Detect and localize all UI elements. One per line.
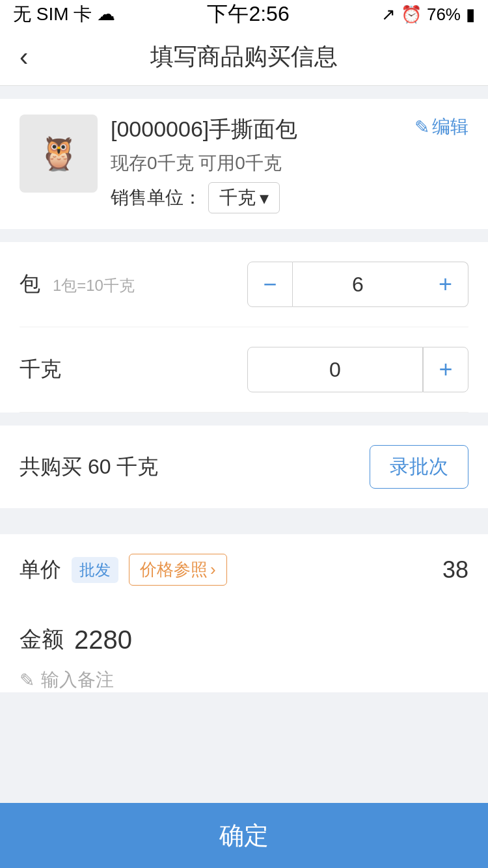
bag-minus-button[interactable]: − [247,262,293,307]
price-ref-button[interactable]: 价格参照 › [129,554,227,586]
summary-text: 共购买 60 千克 [20,453,158,481]
kg-label-group: 千克 [20,355,61,384]
status-right: ↗ ⏰ 76% ▮ [381,5,475,25]
price-value: 38 [442,556,468,584]
nav-bar: ‹ 填写商品购买信息 [0,29,488,86]
bag-hint: 1包=10千克 [53,277,135,294]
unit-value: 千克 [219,185,256,210]
edit-icon: ✎ [414,116,429,138]
product-stock: 现存0千克 可用0千克 [111,151,468,176]
amount-label: 金额 [20,625,64,655]
bag-plus-button[interactable]: + [423,262,468,307]
price-row: 单价 批发 价格参照 › 38 [20,554,468,586]
divider-1 [0,229,488,242]
back-button[interactable]: ‹ [20,42,28,72]
unit-label: 销售单位： [111,185,202,210]
price-ref-label: 价格参照 [140,558,208,581]
price-label: 单价 [20,556,61,584]
bag-label-group: 包 1包=10千克 [20,270,135,299]
battery-icon: ▮ [466,5,475,25]
product-info: [0000006]手撕面包 ✎ 编辑 现存0千克 可用0千克 销售单位： 千克 … [111,115,468,213]
bag-label: 包 [20,272,40,295]
kg-quantity-input[interactable] [247,347,423,392]
edit-button[interactable]: ✎ 编辑 [414,115,468,139]
page-title: 填写商品购买信息 [150,41,338,73]
unit-chevron-icon: ▾ [260,187,269,209]
product-header: [0000006]手撕面包 ✎ 编辑 [111,115,468,144]
edit-label: 编辑 [432,115,468,139]
product-logo-icon: 🦉 [38,135,79,172]
sim-status: 无 SIM 卡 ☁ [13,2,115,27]
kg-quantity-row: 千克 + [20,327,468,413]
status-left: 无 SIM 卡 ☁ [13,2,115,27]
alarm-icon: ⏰ [401,5,422,25]
status-time: 下午2:56 [207,0,289,29]
bag-quantity-controls: − + [247,262,468,307]
note-edit-icon: ✎ [20,670,34,691]
status-bar: 无 SIM 卡 ☁ 下午2:56 ↗ ⏰ 76% ▮ [0,0,488,29]
price-ref-chevron-icon: › [210,560,216,580]
summary-section: 共购买 60 千克 录批次 [0,426,488,508]
product-name: [0000006]手撕面包 [111,115,414,144]
quantity-section: 包 1包=10千克 − + 千克 + [0,242,488,413]
bag-quantity-input[interactable] [293,262,423,307]
divider-2 [0,508,488,521]
confirm-button-label: 确定 [219,819,269,852]
batch-button[interactable]: 录批次 [370,445,468,489]
kg-plus-button[interactable]: + [423,347,468,392]
amount-row: 金额 2280 [20,625,468,655]
batch-tag: 批发 [72,557,118,583]
price-section: 单价 批发 价格参照 › 38 [0,534,488,605]
product-image: 🦉 [20,115,98,193]
amount-wrapper: 金额 2280 ✎ 输入备注 [0,605,488,692]
product-card: 🦉 [0000006]手撕面包 ✎ 编辑 现存0千克 可用0千克 销售单位： 千… [0,99,488,229]
bag-quantity-row: 包 1包=10千克 − + [20,242,468,327]
amount-value: 2280 [74,625,132,655]
unit-select[interactable]: 千克 ▾ [208,182,280,213]
kg-quantity-controls: + [247,347,468,392]
kg-label: 千克 [20,357,61,381]
location-icon: ↗ [381,5,396,25]
battery-level: 76% [427,5,461,25]
product-unit: 销售单位： 千克 ▾ [111,182,468,213]
confirm-button[interactable]: 确定 [0,803,488,868]
note-placeholder: 输入备注 [41,668,114,692]
note-row[interactable]: ✎ 输入备注 [20,668,468,692]
